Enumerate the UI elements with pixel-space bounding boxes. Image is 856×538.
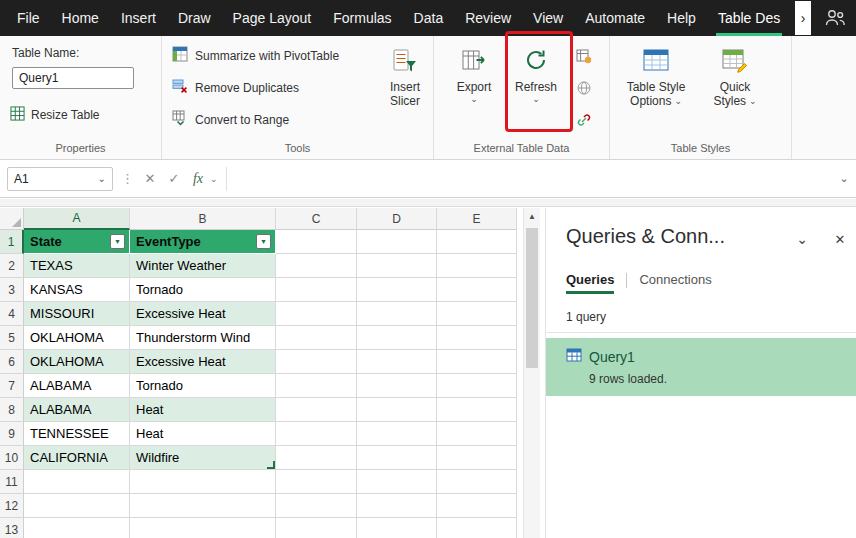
filter-dropdown-button[interactable]: ▼: [256, 234, 271, 249]
cell-C4[interactable]: [276, 302, 357, 326]
formula-bar-expand-icon[interactable]: ⌄: [832, 172, 856, 185]
cell-B13[interactable]: [130, 518, 276, 538]
panel-tab-connections[interactable]: Connections: [639, 272, 711, 294]
unlink-button[interactable]: [572, 108, 596, 132]
cancel-button[interactable]: ✕: [138, 167, 162, 191]
cell-B10[interactable]: Wildfire: [130, 446, 276, 470]
row-header-12[interactable]: 12: [0, 494, 24, 518]
cell-E6[interactable]: [437, 350, 517, 374]
row-header-8[interactable]: 8: [0, 398, 24, 422]
menu-tab-data[interactable]: Data: [403, 0, 455, 36]
convert-to-range-button[interactable]: Convert to Range: [172, 110, 289, 129]
quick-styles-button[interactable]: Quick Styles ⌄: [704, 38, 766, 140]
cell-B8[interactable]: Heat: [130, 398, 276, 422]
cell-A5[interactable]: OKLAHOMA: [24, 326, 130, 350]
refresh-button[interactable]: Refresh ⌄: [508, 38, 564, 140]
cell-C2[interactable]: [276, 254, 357, 278]
cell-A10[interactable]: CALIFORNIA: [24, 446, 130, 470]
cell-E9[interactable]: [437, 422, 517, 446]
cell-C12[interactable]: [276, 494, 357, 518]
menu-tab-formulas[interactable]: Formulas: [322, 0, 402, 36]
cell-B5[interactable]: Thunderstorm Wind: [130, 326, 276, 350]
query-list-item[interactable]: Query1 9 rows loaded.: [546, 338, 856, 396]
menu-tab-help[interactable]: Help: [656, 0, 707, 36]
row-header-11[interactable]: 11: [0, 470, 24, 494]
table-name-input[interactable]: [12, 67, 134, 89]
cell-A3[interactable]: KANSAS: [24, 278, 130, 302]
cell-A1[interactable]: State▼: [24, 230, 130, 254]
column-header-B[interactable]: B: [130, 208, 276, 230]
cell-C6[interactable]: [276, 350, 357, 374]
cell-E7[interactable]: [437, 374, 517, 398]
cell-A12[interactable]: [24, 494, 130, 518]
scroll-up-icon[interactable]: ▲: [524, 208, 540, 225]
cell-A6[interactable]: OKLAHOMA: [24, 350, 130, 374]
cell-B12[interactable]: [130, 494, 276, 518]
row-header-2[interactable]: 2: [0, 254, 24, 278]
column-header-C[interactable]: C: [276, 208, 357, 230]
cell-D7[interactable]: [357, 374, 437, 398]
filter-dropdown-button[interactable]: ▼: [110, 234, 125, 249]
cell-E2[interactable]: [437, 254, 517, 278]
cell-C5[interactable]: [276, 326, 357, 350]
panel-tab-queries[interactable]: Queries: [566, 272, 614, 294]
cell-D10[interactable]: [357, 446, 437, 470]
summarize-with-pivottable-button[interactable]: Summarize with PivotTable: [172, 46, 339, 65]
cell-A13[interactable]: [24, 518, 130, 538]
vertical-scrollbar[interactable]: ▲: [523, 208, 540, 538]
cell-A2[interactable]: TEXAS: [24, 254, 130, 278]
cell-C7[interactable]: [276, 374, 357, 398]
cell-B7[interactable]: Tornado: [130, 374, 276, 398]
enter-button[interactable]: ✓: [162, 167, 186, 191]
select-all-button[interactable]: [0, 208, 24, 230]
column-header-D[interactable]: D: [357, 208, 437, 230]
row-header-5[interactable]: 5: [0, 326, 24, 350]
row-header-3[interactable]: 3: [0, 278, 24, 302]
menu-tab-file[interactable]: File: [6, 0, 51, 36]
cell-B2[interactable]: Winter Weather: [130, 254, 276, 278]
cell-D6[interactable]: [357, 350, 437, 374]
cell-A7[interactable]: ALABAMA: [24, 374, 130, 398]
name-box-chevron-icon[interactable]: ⌄: [98, 173, 106, 184]
cell-B6[interactable]: Excessive Heat: [130, 350, 276, 374]
menu-tab-draw[interactable]: Draw: [167, 0, 222, 36]
cell-C10[interactable]: [276, 446, 357, 470]
cell-B11[interactable]: [130, 470, 276, 494]
row-header-9[interactable]: 9: [0, 422, 24, 446]
tab-overflow-button[interactable]: ›: [795, 1, 811, 35]
column-header-A[interactable]: A: [24, 208, 130, 230]
cell-A4[interactable]: MISSOURI: [24, 302, 130, 326]
cell-B3[interactable]: Tornado: [130, 278, 276, 302]
cell-E10[interactable]: [437, 446, 517, 470]
remove-duplicates-button[interactable]: Remove Duplicates: [172, 78, 299, 97]
export-button[interactable]: Export ⌄: [448, 38, 500, 140]
cell-D11[interactable]: [357, 470, 437, 494]
menu-tab-home[interactable]: Home: [51, 0, 110, 36]
menu-tab-table-design[interactable]: Table Des: [707, 0, 791, 36]
row-header-13[interactable]: 13: [0, 518, 24, 538]
cell-A8[interactable]: ALABAMA: [24, 398, 130, 422]
cell-C3[interactable]: [276, 278, 357, 302]
cell-E12[interactable]: [437, 494, 517, 518]
insert-slicer-button[interactable]: Insert Slicer: [380, 38, 430, 140]
table-properties-button[interactable]: [572, 44, 596, 68]
menu-tab-view[interactable]: View: [522, 0, 574, 36]
row-header-10[interactable]: 10: [0, 446, 24, 470]
cell-D2[interactable]: [357, 254, 437, 278]
panel-close-icon[interactable]: ✕: [829, 228, 851, 250]
cell-D4[interactable]: [357, 302, 437, 326]
cell-E8[interactable]: [437, 398, 517, 422]
row-header-6[interactable]: 6: [0, 350, 24, 374]
cell-D13[interactable]: [357, 518, 437, 538]
open-in-browser-button[interactable]: [572, 76, 596, 100]
menu-tab-automate[interactable]: Automate: [574, 0, 656, 36]
cell-A9[interactable]: TENNESSEE: [24, 422, 130, 446]
cell-D12[interactable]: [357, 494, 437, 518]
cell-B1[interactable]: EventType▼: [130, 230, 276, 254]
row-header-4[interactable]: 4: [0, 302, 24, 326]
cell-C11[interactable]: [276, 470, 357, 494]
cell-B4[interactable]: Excessive Heat: [130, 302, 276, 326]
resize-table-button[interactable]: Resize Table: [10, 106, 99, 124]
menu-tab-review[interactable]: Review: [454, 0, 522, 36]
cell-E13[interactable]: [437, 518, 517, 538]
